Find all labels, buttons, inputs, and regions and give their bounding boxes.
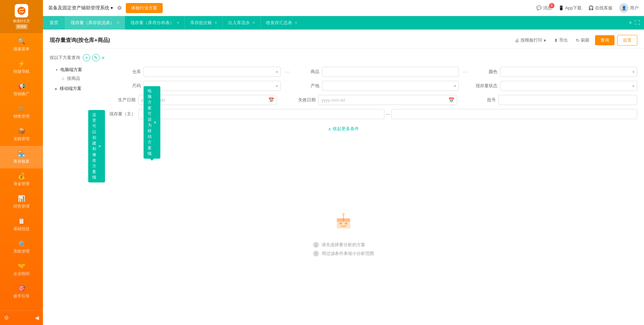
tab-inout-flow-close-icon[interactable]: × [253,20,255,25]
messages-icon-item[interactable]: 💬 6 消息 [536,5,552,11]
filter-edit-btn[interactable]: ✎ [92,54,100,61]
tip-text-2: 用过滤条件来缩小分析范围 [322,251,374,257]
page-content: 现存量查询(按仓库+商品) 🖨 按模板打印 ▾ ⬆ 导出 ↻ 刷新 查询 设置 [43,30,644,325]
sidebar-item-sales[interactable]: 🛒 销售管理 [0,101,43,123]
print-icon: 🖨 [515,38,519,43]
scheme-item-by-product-icon: ○ [62,76,64,81]
origin-select[interactable]: ▾ [322,81,459,91]
system-settings-icon[interactable]: ⚙ [117,5,122,11]
online-support-label: 在线客服 [595,5,612,11]
message-bell-icon: 💬 [536,5,542,10]
sidebar-label-enterprise: 企业协同 [13,271,30,277]
warehouse-select[interactable]: ▾ [144,67,281,77]
tab-recv-summary[interactable]: 收发存汇总表 × [260,16,303,30]
sidebar-item-search-menu[interactable]: 🔍 搜索菜单 [0,34,43,56]
system-name-text: 装备及固定资产辅助管理系统 [48,5,109,11]
main-content: 装备及固定资产辅助管理系统 ▾ ⚙ 体验行业方案 💬 6 消息 📱 App下载 … [43,0,644,325]
batch-input[interactable] [498,95,637,105]
sidebar: 畅通好生意 标准版 🔍 搜索菜单 ⚡ 快捷导航 📢 营销推广 🛒 销售管理 📦 … [0,0,43,325]
sidebar-icon-sales: 🛒 [18,105,25,112]
svg-rect-4 [339,222,342,224]
user-label: 用户 [630,5,639,11]
settings-button[interactable]: 设置 [617,35,637,46]
collapse-sidebar-icon[interactable]: ◀ [35,315,39,321]
print-label: 按模板打印 [521,37,542,43]
filter-add-btn[interactable]: + [83,54,90,61]
scheme-tooltip-1-content: 电脑方案可设为移动方案哦 × [144,86,160,159]
product-select[interactable] [322,67,459,77]
size-select[interactable]: ▾ [144,81,281,91]
sidebar-icon-basic-info: 📋 [18,217,25,225]
tab-bar: 首页 现存量（库存状况表） × 现存量（库存分布表） × 库存批次账 × 出入库… [43,16,644,30]
stock-status-arrow-icon: ▾ [633,84,634,88]
system-name-dropdown[interactable]: 装备及固定资产辅助管理系统 ▾ [48,5,113,11]
tab-inventory-distribution[interactable]: 现存量（库存分布表） × [125,16,184,30]
exp-date-input[interactable]: yyyy-mm-dd 📅 [318,95,457,105]
sidebar-item-enterprise[interactable]: 🤝 企业协同 [0,258,43,281]
refresh-label: 刷新 [581,37,590,43]
tab-inventory-status[interactable]: 现存量（库存状况表） × [65,16,125,30]
sidebar-item-operations[interactable]: 📊 经营管理 [0,191,43,213]
empty-tip-1: 1 请先选择要分析的方案 [313,242,374,248]
scheme-group-mobile-label: 移动端方案 [60,86,82,92]
tip-number-1: 1 [313,242,319,248]
sidebar-icon-enterprise: 🤝 [18,262,25,270]
tab-close-all-icon[interactable]: × [629,20,632,26]
user-avatar: 👤 [619,3,629,13]
export-button[interactable]: ⬆ 导出 [551,36,571,45]
filter-label: 按以下方案查询 [50,55,80,61]
print-button[interactable]: 🖨 按模板打印 ▾ [512,36,549,45]
scheme-item-by-product[interactable]: ○ 按商品 [55,74,109,83]
tab-inventory-distribution-close-icon[interactable]: × [177,20,179,25]
query-button[interactable]: 查询 [595,35,614,45]
trial-industry-button[interactable]: 体验行业方案 [126,3,163,13]
scheme-group-mobile-title[interactable]: ▶ 移动端方案 [55,86,109,92]
exp-date-placeholder: yyyy-mm-dd [321,98,345,103]
online-support-item[interactable]: 🎧 在线客服 [588,5,612,11]
user-item[interactable]: 👤 用户 [619,3,639,13]
tab-inventory-batch[interactable]: 库存批次账 × [184,16,222,30]
sidebar-icon-operations: 📊 [18,195,25,202]
tab-home[interactable]: 首页 [43,16,65,30]
tip-number-2: 2 [313,251,319,257]
app-download-item[interactable]: 📱 App下载 [558,5,582,11]
tab-inout-flow[interactable]: 出入库流水 × [222,16,260,30]
filter-left-arrow-icon: « [102,55,105,61]
sidebar-item-marketing[interactable]: 📢 营销推广 [0,78,43,101]
stock-qty-max-input[interactable] [391,109,638,119]
sidebar-icon-purchase: 📦 [18,127,25,135]
logo-text: 畅通好生意 [13,19,30,23]
tab-inventory-status-close-icon[interactable]: × [117,20,119,25]
sidebar-item-guide[interactable]: 🎯 新手引导 [0,281,43,303]
stock-qty-min-input[interactable] [138,109,384,119]
logo-icon [15,4,28,17]
settings-bottom-icon[interactable]: ⚙ [4,315,9,321]
sidebar-item-inventory[interactable]: 🏪 库存核算 [0,146,43,168]
filter-row-4: 现存量（主） — [109,109,637,119]
collapse-label: 收起更多条件 [333,126,359,132]
product-dots-icon[interactable]: ··· [463,68,468,75]
scheme-tooltip-1-close-icon[interactable]: × [154,120,156,125]
warehouse-dots-icon[interactable]: ··· [285,68,290,75]
sidebar-label-sales: 销售管理 [13,114,30,119]
page-header: 现存量查询(按仓库+商品) 🖨 按模板打印 ▾ ⬆ 导出 ↻ 刷新 查询 设置 [43,30,644,49]
stock-qty-range-dash: — [386,112,390,117]
tab-fullscreen-icon[interactable]: ⛶ [635,20,640,26]
sidebar-item-system[interactable]: ⚙️ 系统管理 [0,236,43,258]
svg-rect-5 [345,222,347,224]
scheme-group-desktop-title[interactable]: ▼ 电脑端方案 [55,67,109,73]
scheme-tooltip-2-close-icon[interactable]: × [98,144,101,149]
collapse-conditions-button[interactable]: ∧ 收起更多条件 [50,123,637,134]
tab-inventory-batch-close-icon[interactable]: × [215,20,217,25]
sidebar-item-purchase[interactable]: 📦 采购管理 [0,123,43,146]
sidebar-item-quick-nav[interactable]: ⚡ 快捷导航 [0,56,43,78]
sidebar-item-finance[interactable]: 💰 资金管理 [0,168,43,191]
stock-status-select[interactable]: ▾ [500,81,637,91]
sidebar-icon-inventory: 🏪 [18,150,25,157]
empty-tip-2: 2 用过滤条件来缩小分析范围 [313,251,374,257]
sidebar-item-basic-info[interactable]: 📋 基础信息 [0,213,43,236]
refresh-button[interactable]: ↻ 刷新 [573,36,592,45]
sidebar-label-quick-nav: 快捷导航 [13,69,30,74]
tab-recv-summary-close-icon[interactable]: × [295,20,297,25]
color-select[interactable]: ▾ [500,67,637,77]
